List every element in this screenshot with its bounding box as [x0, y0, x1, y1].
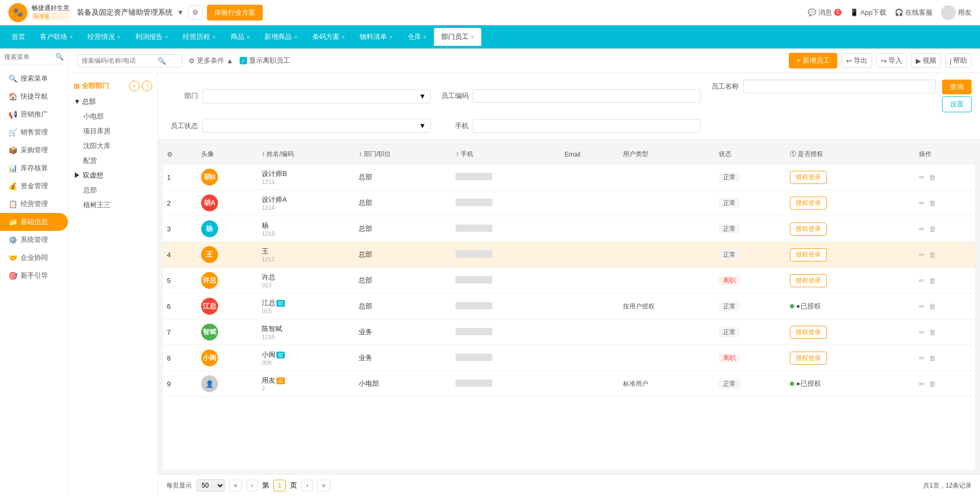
dept-node-delivery[interactable]: 配货	[68, 153, 157, 168]
tab-history[interactable]: 经营历程×	[175, 28, 223, 46]
delete-btn[interactable]: 🗑	[929, 199, 936, 207]
auth-login-btn[interactable]: 授权登录	[790, 197, 827, 210]
dept-node-hq[interactable]: ▼ 总部	[68, 94, 157, 109]
edit-btn[interactable]: ✏	[919, 328, 925, 336]
delete-btn[interactable]: 🗑	[929, 328, 936, 336]
tab-operation[interactable]: 经营情况×	[80, 28, 127, 46]
delete-btn[interactable]: 🗑	[929, 380, 936, 388]
message-button[interactable]: 💬 消息 6	[808, 8, 842, 17]
tab-barcode[interactable]: 条码方案×	[305, 28, 352, 46]
dept-node-shenyang[interactable]: 沈阳大库	[68, 139, 157, 153]
edit-btn[interactable]: ✏	[919, 303, 925, 310]
edit-btn[interactable]: ✏	[919, 199, 925, 207]
dept-node-shuangxu[interactable]: ▶ 双虚想	[68, 168, 157, 183]
edit-btn[interactable]: ✏	[919, 251, 925, 259]
delete-btn[interactable]: 🗑	[929, 354, 936, 362]
dept-filter-select[interactable]: ▼	[202, 89, 431, 103]
tab-profit[interactable]: 利润报告×	[128, 28, 175, 46]
export-button[interactable]: ↩ 导出	[842, 53, 872, 68]
emp-status-filter-select[interactable]: ▼	[202, 119, 431, 133]
online-service-button[interactable]: 🎧 在线客服	[895, 8, 933, 17]
col-phone[interactable]: ↕ 手机	[451, 144, 560, 164]
tab-warehouse-close[interactable]: ×	[423, 34, 427, 40]
dept-node-trees[interactable]: 植树王三	[68, 198, 157, 212]
dept-node-project[interactable]: 项目库房	[68, 124, 157, 139]
cell-auth[interactable]: 授权登录	[786, 345, 895, 371]
sidebar-item-marketing[interactable]: 📢营销推广	[0, 105, 68, 123]
dept-add-btn[interactable]: +	[129, 81, 140, 91]
edit-btn[interactable]: ✏	[919, 380, 925, 388]
sidebar-search-input[interactable]	[4, 53, 53, 61]
gear-button[interactable]: ⚙	[188, 5, 203, 20]
col-dept[interactable]: ↕ 部门/职位	[354, 144, 451, 164]
col-settings[interactable]: ⚙	[163, 144, 197, 164]
dept-node-hq2[interactable]: 总部	[68, 183, 157, 198]
sidebar-item-guide[interactable]: 🎯新手引导	[0, 267, 68, 285]
tab-profit-close[interactable]: ×	[165, 34, 168, 40]
sidebar-item-search[interactable]: 🔍搜索菜单	[0, 70, 68, 87]
delete-btn[interactable]: 🗑	[929, 173, 936, 181]
sidebar-item-finance[interactable]: 💰资金管理	[0, 177, 68, 195]
set-button[interactable]: 设置	[942, 96, 972, 112]
user-area[interactable]: 用友	[941, 5, 972, 20]
tab-warehouse[interactable]: 仓库×	[400, 28, 434, 46]
auth-login-btn[interactable]: 授权登录	[790, 171, 827, 184]
tab-add-goods[interactable]: 新增商品×	[257, 28, 304, 46]
auth-login-btn[interactable]: 授权登录	[790, 274, 827, 287]
tab-history-close[interactable]: ×	[212, 34, 215, 40]
tab-dept-staff[interactable]: 部门员工×	[434, 28, 481, 46]
auth-login-btn[interactable]: 授权登录	[790, 352, 827, 365]
show-resign-checkbox[interactable]: ✓	[240, 57, 247, 64]
cell-auth[interactable]: 授权登录	[786, 190, 895, 216]
tab-goods-close[interactable]: ×	[246, 34, 250, 40]
tab-bom-close[interactable]: ×	[389, 34, 392, 40]
sidebar-item-system[interactable]: ⚙️系统管理	[0, 231, 68, 249]
add-employee-button[interactable]: + 新增员工	[789, 53, 837, 69]
cell-auth[interactable]: 授权登录	[786, 164, 895, 190]
cell-auth[interactable]: 授权登录	[786, 216, 895, 242]
last-page-btn[interactable]: »	[317, 480, 330, 491]
more-conditions-btn[interactable]: ⚙ 更多条件 ▲	[189, 56, 233, 65]
tab-dept-staff-close[interactable]: ×	[471, 34, 474, 40]
edit-btn[interactable]: ✏	[919, 173, 925, 181]
emp-name-filter-input[interactable]	[743, 80, 936, 93]
help-button[interactable]: | 帮助	[945, 53, 972, 68]
view-button[interactable]: ▶ 视频	[911, 53, 941, 68]
cell-auth[interactable]: 授权登录	[786, 268, 895, 294]
tab-home[interactable]: 首页	[4, 28, 33, 46]
dept-collapse-btn[interactable]: 《	[142, 81, 152, 91]
import-button[interactable]: ↪ 导入	[876, 53, 907, 68]
sidebar-item-nav[interactable]: 🏠快捷导航	[0, 87, 68, 105]
prev-page-btn[interactable]: ‹	[246, 480, 258, 491]
edit-btn[interactable]: ✏	[919, 277, 925, 285]
delete-btn[interactable]: 🗑	[929, 303, 936, 310]
delete-btn[interactable]: 🗑	[929, 225, 936, 233]
cell-auth[interactable]: 授权登录	[786, 319, 895, 345]
auth-login-btn[interactable]: 授权登录	[790, 222, 827, 236]
tab-bom[interactable]: 物料清单×	[352, 28, 400, 46]
sidebar-item-sales[interactable]: 🛒销售管理	[0, 123, 68, 141]
sidebar-item-inventory[interactable]: 📊库存核算	[0, 159, 68, 177]
edit-btn[interactable]: ✏	[919, 354, 925, 362]
tab-add-goods-close[interactable]: ×	[294, 34, 297, 40]
header-dropdown-icon[interactable]: ▼	[177, 8, 184, 16]
delete-btn[interactable]: 🗑	[929, 277, 936, 285]
sidebar-item-collab[interactable]: 🤝企业协同	[0, 249, 68, 267]
sidebar-item-basic[interactable]: 📁基础信息	[0, 213, 68, 231]
tab-customer[interactable]: 客户联络×	[33, 28, 80, 46]
tab-barcode-close[interactable]: ×	[342, 34, 345, 40]
page-size-select[interactable]: 50 20 100	[196, 479, 225, 492]
edit-btn[interactable]: ✏	[919, 225, 925, 233]
tab-operation-close[interactable]: ×	[117, 34, 120, 40]
dept-node-small-elec[interactable]: 小电部	[68, 109, 157, 124]
col-name[interactable]: ↕ 姓名/编码	[258, 144, 354, 164]
phone-filter-input[interactable]	[473, 119, 701, 133]
tab-goods[interactable]: 商品×	[223, 28, 257, 46]
query-button[interactable]: 查询	[942, 80, 972, 94]
next-page-btn[interactable]: ›	[301, 480, 313, 491]
emp-code-filter-input[interactable]	[473, 89, 701, 103]
show-resign-wrap[interactable]: ✓ 显示离职员工	[240, 56, 290, 65]
auth-login-btn[interactable]: 授权登录	[790, 248, 827, 261]
trial-button[interactable]: 体验行业方案	[207, 5, 263, 21]
sidebar-item-purchase[interactable]: 📦采购管理	[0, 141, 68, 159]
